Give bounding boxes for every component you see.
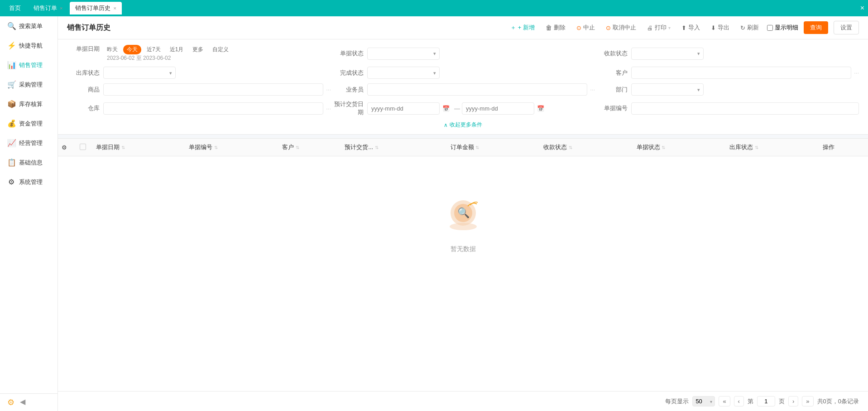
filter-row-2: 出库状态 完成状态 客户 bbox=[67, 67, 859, 79]
customer-input[interactable] bbox=[631, 67, 851, 79]
page-input[interactable] bbox=[757, 396, 775, 406]
table-area: ⚙ 单据日期 ⇅ 单据编号 ⇅ bbox=[58, 138, 868, 391]
date-btn-more[interactable]: 更多 bbox=[189, 45, 207, 54]
select-all-checkbox[interactable] bbox=[80, 144, 86, 150]
svg-text:🔍: 🔍 bbox=[457, 207, 470, 219]
close-sales-order-history-tab[interactable]: × bbox=[113, 5, 116, 11]
product-dots[interactable]: ··· bbox=[326, 86, 331, 93]
th-no[interactable]: 单据编号 ⇅ bbox=[185, 139, 278, 156]
th-settings[interactable]: ⚙ bbox=[58, 139, 76, 156]
sidebar-settings-icon[interactable]: ⚙ bbox=[7, 397, 14, 407]
base-info-icon: 📋 bbox=[7, 158, 15, 167]
new-button[interactable]: ＋ + 新增 bbox=[508, 22, 537, 34]
th-pay-status[interactable]: 收款状态 ⇅ bbox=[540, 139, 633, 156]
next-page-button[interactable]: › bbox=[788, 396, 798, 406]
th-customer[interactable]: 客户 ⇅ bbox=[278, 139, 341, 156]
filter-row-4: 仓库 ··· 预计交货日期 📅 — 📅 单据编号 bbox=[67, 100, 859, 116]
import-button[interactable]: ⬆ 导入 bbox=[679, 22, 703, 34]
order-status-select[interactable] bbox=[367, 48, 440, 60]
sidebar-item-operations[interactable]: 📈 经营管理 bbox=[0, 133, 58, 153]
th-date[interactable]: 单据日期 ⇅ bbox=[92, 139, 185, 156]
sidebar-item-system[interactable]: ⚙ 系统管理 bbox=[0, 172, 58, 192]
system-icon: ⚙ bbox=[7, 178, 15, 186]
close-sales-order-tab[interactable]: × bbox=[60, 5, 62, 11]
sidebar-item-base-info[interactable]: 📋 基础信息 bbox=[0, 153, 58, 172]
th-delivery[interactable]: 预计交货... ⇅ bbox=[341, 139, 446, 156]
date-quick-btns: 昨天 今天 近7天 近1月 更多 自定义 bbox=[103, 45, 232, 54]
salesperson-label: 业务员 bbox=[331, 86, 367, 94]
delivery-date-label: 预计交货日期 bbox=[331, 100, 367, 116]
order-status-label: 单据状态 bbox=[331, 49, 367, 58]
first-page-button[interactable]: « bbox=[719, 396, 730, 406]
prev-page-button[interactable]: ‹ bbox=[734, 396, 744, 406]
last-page-button[interactable]: » bbox=[802, 396, 813, 406]
top-bar: 首页 销售订单 × 销售订单历史 × × bbox=[0, 0, 868, 16]
sidebar-collapse-icon[interactable]: ◀ bbox=[20, 397, 25, 407]
settings-icon[interactable]: ⚙ bbox=[62, 144, 67, 151]
salesperson-input[interactable] bbox=[367, 83, 587, 96]
date-btn-1month[interactable]: 近1月 bbox=[166, 45, 187, 54]
out-status-select[interactable] bbox=[103, 67, 176, 79]
quick-nav-icon: ⚡ bbox=[7, 41, 15, 50]
customer-dots[interactable]: ··· bbox=[854, 69, 859, 76]
date-btn-7days[interactable]: 近7天 bbox=[143, 45, 164, 54]
delete-button[interactable]: 🗑 删除 bbox=[543, 22, 568, 34]
complete-status-select[interactable] bbox=[367, 67, 440, 79]
tab-sales-order-history[interactable]: 销售订单历史 × bbox=[70, 2, 121, 15]
purchase-icon: 🛒 bbox=[7, 80, 15, 89]
refresh-button[interactable]: ↻ 刷新 bbox=[738, 22, 762, 34]
filter-row-1: 单据日期 昨天 今天 近7天 近1月 更多 自定义 2023-06-02 至 2… bbox=[67, 45, 859, 62]
sort-no-icon: ⇅ bbox=[214, 145, 218, 150]
sidebar-item-purchase[interactable]: 🛒 采购管理 bbox=[0, 75, 58, 94]
date-range-display: 2023-06-02 至 2023-06-02 bbox=[107, 54, 232, 62]
th-operation: 操作 bbox=[819, 139, 868, 156]
collapse-row[interactable]: ∧ 收起更多条件 bbox=[67, 121, 859, 129]
pay-status-select[interactable] bbox=[631, 48, 704, 60]
pay-status-label: 收款状态 bbox=[595, 49, 631, 58]
department-select[interactable] bbox=[631, 83, 704, 96]
date-btn-custom[interactable]: 自定义 bbox=[209, 45, 232, 54]
sidebar-item-sales[interactable]: 📊 销售管理 bbox=[0, 55, 58, 75]
product-input[interactable] bbox=[103, 83, 323, 96]
chevron-up-icon: ∧ bbox=[444, 122, 448, 128]
total-text: 共0页，0条记录 bbox=[817, 397, 859, 406]
sidebar-item-finance[interactable]: 💰 资金管理 bbox=[0, 114, 58, 133]
print-button[interactable]: 🖨 打印 ▾ bbox=[644, 22, 673, 34]
cancel-stop-button[interactable]: ⊙ 取消中止 bbox=[603, 22, 639, 34]
tab-home[interactable]: 首页 bbox=[4, 2, 26, 15]
order-no-label: 单据编号 bbox=[595, 104, 631, 112]
warehouse-dots[interactable]: ··· bbox=[326, 105, 331, 112]
stop-button[interactable]: ⊙ 中止 bbox=[574, 22, 598, 34]
order-no-input[interactable] bbox=[631, 102, 859, 115]
warehouse-input[interactable] bbox=[103, 102, 323, 115]
th-amount[interactable]: 订单金额 ⇅ bbox=[447, 139, 540, 156]
product-label: 商品 bbox=[67, 86, 103, 94]
export-button[interactable]: ⬇ 导出 bbox=[708, 22, 732, 34]
date-btn-yesterday[interactable]: 昨天 bbox=[103, 45, 121, 54]
filter-row-3: 商品 ··· 业务员 ··· 部门 bbox=[67, 83, 859, 96]
sidebar-search[interactable]: 🔍 搜索菜单 bbox=[0, 16, 58, 36]
th-check[interactable] bbox=[76, 139, 92, 156]
search-button[interactable]: 查询 bbox=[804, 21, 828, 34]
sidebar-item-inventory[interactable]: 📦 库存核算 bbox=[0, 94, 58, 114]
settings-filter-button[interactable]: 设置 bbox=[834, 21, 859, 34]
tab-sales-order[interactable]: 销售订单 × bbox=[28, 2, 68, 15]
date-btn-today[interactable]: 今天 bbox=[123, 45, 141, 54]
close-window-button[interactable]: × bbox=[860, 4, 864, 12]
th-order-status[interactable]: 单据状态 ⇅ bbox=[633, 139, 726, 156]
warehouse-label: 仓库 bbox=[67, 104, 103, 112]
sidebar-item-quick-nav[interactable]: ⚡ 快捷导航 bbox=[0, 36, 58, 55]
empty-icon: 🔍 bbox=[441, 193, 486, 238]
plus-icon: ＋ bbox=[510, 24, 516, 32]
show-details-checkbox[interactable]: 显示明细 bbox=[767, 24, 798, 32]
th-out-status[interactable]: 出库状态 ⇅ bbox=[726, 139, 819, 156]
page-title: 销售订单历史 bbox=[67, 23, 110, 33]
delivery-date-end[interactable] bbox=[462, 102, 534, 115]
sort-delivery-icon: ⇅ bbox=[375, 145, 379, 150]
delivery-date-start[interactable] bbox=[367, 102, 440, 115]
out-status-label: 出库状态 bbox=[67, 69, 103, 77]
salesperson-dots[interactable]: ··· bbox=[590, 86, 595, 93]
date-label: 单据日期 bbox=[67, 45, 103, 53]
sort-out-status-icon: ⇅ bbox=[755, 145, 758, 150]
per-page-select[interactable]: 10 20 50 100 bbox=[692, 396, 715, 406]
